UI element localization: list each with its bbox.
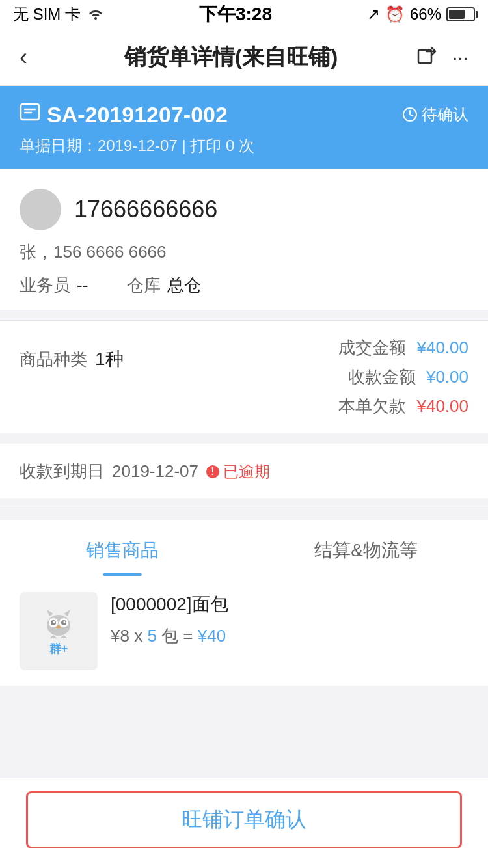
order-header-top: SA-20191207-002 待确认 (20, 102, 468, 128)
owed-amount-label: 本单欠款 (338, 395, 406, 418)
deal-amount-row: 成交金额 ¥40.00 (338, 336, 468, 359)
owed-amount-value: ¥40.00 (416, 396, 468, 416)
svg-marker-6 (64, 610, 70, 616)
product-types-value: 1种 (95, 347, 124, 372)
salesman-value: -- (77, 275, 88, 295)
product-info: [0000002]面包 ¥8 x 5 包 = ¥40 (111, 592, 468, 647)
warehouse-item: 仓库 总仓 (127, 274, 201, 297)
customer-row: 17666666666 (20, 189, 468, 230)
due-date-label: 收款到期日 (20, 460, 104, 483)
spacer-1 (0, 509, 488, 520)
page-title: 销货单详情(来自旺铺) (59, 42, 403, 72)
customer-phone: 17666666666 (74, 196, 217, 223)
warehouse-value: 总仓 (167, 274, 201, 297)
overdue-dot-icon: ! (206, 465, 219, 478)
share-icon[interactable] (417, 44, 439, 70)
due-section: 收款到期日 2019-12-07 ! 已逾期 (0, 444, 488, 498)
product-name: [0000002]面包 (111, 592, 468, 617)
tabs-row: 销售商品 结算&物流等 (0, 520, 488, 576)
summary-section: 商品种类 1种 成交金额 ¥40.00 收款金额 ¥0.00 本单欠款 ¥40.… (0, 321, 488, 433)
order-id: SA-20191207-002 (20, 102, 228, 128)
tabs-section: 销售商品 结算&物流等 (0, 520, 488, 576)
customer-meta: 业务员 -- 仓库 总仓 (20, 274, 468, 297)
status-text: 待确认 (422, 104, 468, 125)
status-time: 下午3:28 (199, 2, 272, 27)
summary-row: 商品种类 1种 成交金额 ¥40.00 收款金额 ¥0.00 本单欠款 ¥40.… (20, 336, 468, 418)
more-icon[interactable]: ··· (452, 46, 468, 68)
tab-sales-products[interactable]: 销售商品 (0, 520, 244, 576)
product-types: 商品种类 1种 (20, 336, 124, 372)
salesman-label: 业务员 (20, 274, 70, 297)
back-button[interactable]: ‹ (20, 44, 59, 71)
deal-amount-value: ¥40.00 (416, 338, 468, 358)
wifi-icon (87, 5, 104, 23)
received-amount-label: 收款金额 (348, 366, 416, 388)
received-amount-row: 收款金额 ¥0.00 (348, 366, 468, 388)
overdue-badge: ! 已逾期 (206, 461, 270, 482)
warehouse-label: 仓库 (127, 274, 161, 297)
avatar (20, 189, 61, 230)
customer-section: 17666666666 张，156 6666 6666 业务员 -- 仓库 总仓 (0, 169, 488, 310)
product-thumbnail: 群+ (20, 592, 98, 670)
order-header: SA-20191207-002 待确认 单据日期：2019-12-07 | 打印… (0, 86, 488, 169)
tab-settlement-logistics[interactable]: 结算&物流等 (244, 520, 488, 576)
due-date-value: 2019-12-07 (112, 461, 198, 481)
owed-amount-row: 本单欠款 ¥40.00 (338, 395, 468, 418)
product-section: 群+ [0000002]面包 ¥8 x 5 包 = ¥40 (0, 576, 488, 686)
order-status: 待确认 (402, 104, 468, 125)
summary-amounts: 成交金额 ¥40.00 收款金额 ¥0.00 本单欠款 ¥40.00 (338, 336, 468, 418)
alarm-icon: ⏰ (385, 5, 405, 23)
product-total: ¥40 (198, 626, 226, 645)
customer-name: 张，156 6666 6666 (20, 241, 468, 264)
wangpu-confirm-button[interactable]: 旺铺订单确认 (26, 791, 462, 848)
deal-amount-label: 成交金额 (338, 336, 406, 359)
product-logo-icon (38, 606, 79, 638)
product-code: [0000002] (111, 594, 192, 614)
overdue-text: 已逾期 (223, 461, 270, 482)
product-item: 群+ [0000002]面包 ¥8 x 5 包 = ¥40 (20, 592, 468, 670)
product-qty: 5 (147, 626, 156, 645)
status-bar: 无 SIM 卡 下午3:28 ↗ ⏰ 66% (0, 0, 488, 29)
order-date: 单据日期：2019-12-07 | 打印 0 次 (20, 135, 468, 156)
salesman-item: 业务员 -- (20, 274, 88, 297)
svg-point-12 (64, 621, 66, 623)
received-amount-value: ¥0.00 (426, 367, 468, 387)
status-left: 无 SIM 卡 (13, 4, 104, 25)
battery-percent: 66% (410, 5, 441, 23)
status-right: ↗ ⏰ 66% (367, 5, 475, 23)
svg-point-11 (53, 621, 55, 623)
product-price: ¥8 x 5 包 = ¥40 (111, 625, 468, 647)
product-types-label: 商品种类 (20, 348, 87, 371)
battery-icon (446, 7, 475, 21)
order-icon (20, 102, 40, 128)
nav-bar: ‹ 销货单详情(来自旺铺) ··· (0, 29, 488, 86)
brand-text: 群+ (49, 641, 68, 657)
svg-marker-5 (47, 610, 53, 616)
location-icon: ↗ (367, 5, 380, 23)
bottom-bar: 旺铺订单确认 (0, 778, 488, 868)
nav-actions: ··· (403, 44, 468, 70)
carrier-text: 无 SIM 卡 (13, 4, 81, 25)
